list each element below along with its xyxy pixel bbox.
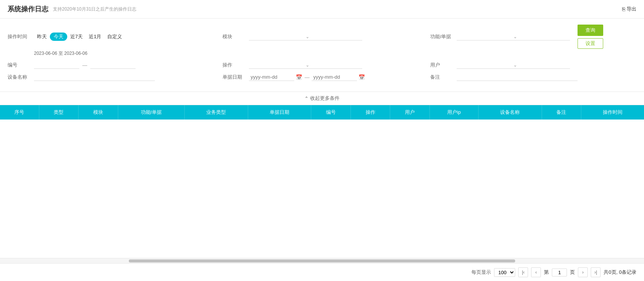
id-col: 编号 — (8, 61, 215, 69)
user-label: 用户 (430, 62, 457, 68)
operation-chevron-icon: ⌄ (306, 62, 361, 68)
page-input[interactable] (552, 269, 567, 276)
filter-row-2: 编号 — 操作 ⌄ 用户 ⌄ (8, 61, 636, 69)
export-icon: ⎘ (622, 6, 625, 12)
filter-row-3: 设备名称 单据日期 📅 — 📅 备注 (8, 73, 636, 81)
id-label: 编号 (8, 62, 34, 68)
table-col-header: 操作时间 (581, 105, 644, 120)
id-input-from[interactable] (34, 61, 79, 69)
export-button[interactable]: ⎘ 导出 (622, 6, 636, 12)
page-header: 系统操作日志 支持2020年10月31日之后产生的操作日志 ⎘ 导出 (0, 0, 644, 19)
function-select[interactable]: ⌄ (457, 33, 570, 40)
next-page-btn[interactable]: › (578, 267, 588, 277)
scrollbar-thumb (129, 259, 515, 262)
id-input-to[interactable] (90, 61, 136, 69)
date-range-display: 2023-06-06 至 2023-06-06 (34, 50, 636, 57)
per-page-label: 每页显示 (471, 269, 491, 276)
export-label: 导出 (627, 6, 636, 12)
today-btn[interactable]: 今天 (50, 33, 67, 41)
last-page-btn[interactable]: ›| (591, 267, 601, 277)
doc-date-label: 单据日期 (222, 74, 249, 81)
table-col-header: 模块 (79, 105, 118, 120)
table-col-header: 备注 (542, 105, 581, 120)
collapse-chevron-icon: ⌃ (304, 96, 309, 101)
first-page-btn[interactable]: |‹ (518, 267, 528, 277)
page-label: 第 (544, 269, 549, 276)
settings-button[interactable]: 设置 (578, 38, 603, 49)
doc-date-to-input[interactable] (312, 73, 357, 81)
last7-btn[interactable]: 近7天 (67, 33, 86, 41)
table-wrapper: 序号类型模块功能/单据业务类型单据日期编号操作用户用户ip设备名称备注操作时间 (0, 105, 644, 258)
last1month-btn[interactable]: 近1月 (86, 33, 104, 41)
module-select[interactable]: ⌄ (249, 33, 362, 40)
device-input[interactable] (34, 73, 155, 81)
collapse-bar[interactable]: ⌃ 收起更多条件 (0, 92, 644, 105)
calendar-from-icon[interactable]: 📅 (296, 74, 302, 80)
table-col-header: 用户 (390, 105, 429, 120)
module-chevron-icon: ⌄ (306, 34, 361, 39)
function-col: 功能/单据 ⌄ 查询 设置 (423, 25, 630, 49)
total-label: 共0页, 0条记录 (604, 269, 636, 276)
table-col-header: 编号 (311, 105, 351, 120)
custom-btn[interactable]: 自定义 (104, 33, 125, 41)
header-left: 系统操作日志 支持2020年10月31日之后产生的操作日志 (8, 5, 136, 14)
filter-area: 操作时间 昨天 今天 近7天 近1月 自定义 模块 ⌄ 功能/单据 (0, 19, 644, 92)
yesterday-btn[interactable]: 昨天 (34, 33, 50, 41)
table-col-header: 单据日期 (248, 105, 311, 120)
pagination-bar: 每页显示 100 50 200 |‹ ‹ 第 页 › ›| 共0页, 0条记录 (0, 263, 644, 281)
table-col-header: 业务类型 (185, 105, 248, 120)
page-subtitle: 支持2020年10月31日之后产生的操作日志 (53, 6, 136, 12)
remark-input[interactable] (457, 73, 578, 81)
collapse-label: 收起更多条件 (310, 95, 340, 102)
table-col-header: 用户ip (429, 105, 478, 120)
action-buttons: 查询 设置 (578, 25, 603, 49)
id-dash: — (82, 62, 87, 68)
user-chevron-icon: ⌄ (513, 62, 568, 68)
operation-col: 操作 ⌄ (215, 62, 422, 69)
remark-col: 备注 (423, 73, 630, 81)
page-unit: 页 (570, 269, 575, 276)
table-col-header: 类型 (39, 105, 78, 120)
prev-page-btn[interactable]: ‹ (531, 267, 541, 277)
doc-date-col: 单据日期 📅 — 📅 (215, 73, 422, 81)
table-header-row: 序号类型模块功能/单据业务类型单据日期编号操作用户用户ip设备名称备注操作时间 (0, 105, 644, 120)
function-chevron-icon: ⌄ (513, 34, 568, 39)
per-page-select[interactable]: 100 50 200 (494, 268, 515, 277)
doc-date-from-input[interactable] (249, 73, 294, 81)
page-wrapper: 系统操作日志 支持2020年10月31日之后产生的操作日志 ⎘ 导出 操作时间 … (0, 0, 644, 281)
table-col-header: 功能/单据 (118, 105, 184, 120)
operation-time-col: 操作时间 昨天 今天 近7天 近1月 自定义 (8, 33, 215, 41)
module-col: 模块 ⌄ (215, 33, 422, 40)
date-separator: — (304, 75, 309, 80)
remark-label: 备注 (430, 74, 457, 81)
time-filter: 昨天 今天 近7天 近1月 自定义 (34, 33, 125, 41)
table-col-header: 序号 (0, 105, 39, 120)
operation-label: 操作 (222, 62, 249, 68)
function-label: 功能/单据 (430, 33, 457, 40)
operation-select[interactable]: ⌄ (249, 62, 362, 69)
device-col: 设备名称 (8, 73, 215, 81)
user-select[interactable]: ⌄ (457, 62, 570, 69)
table-col-header: 设备名称 (478, 105, 542, 120)
query-button[interactable]: 查询 (578, 25, 603, 36)
table-col-header: 操作 (351, 105, 390, 120)
operation-time-label: 操作时间 (8, 33, 34, 40)
horizontal-scrollbar[interactable] (0, 258, 644, 263)
user-col: 用户 ⌄ (423, 62, 630, 69)
filter-row-1: 操作时间 昨天 今天 近7天 近1月 自定义 模块 ⌄ 功能/单据 (8, 25, 636, 49)
calendar-to-icon[interactable]: 📅 (358, 74, 365, 80)
date-range-text: 2023-06-06 至 2023-06-06 (34, 51, 87, 56)
data-table: 序号类型模块功能/单据业务类型单据日期编号操作用户用户ip设备名称备注操作时间 (0, 105, 644, 120)
device-label: 设备名称 (8, 74, 34, 81)
page-title: 系统操作日志 (8, 5, 48, 14)
module-label: 模块 (222, 33, 249, 40)
